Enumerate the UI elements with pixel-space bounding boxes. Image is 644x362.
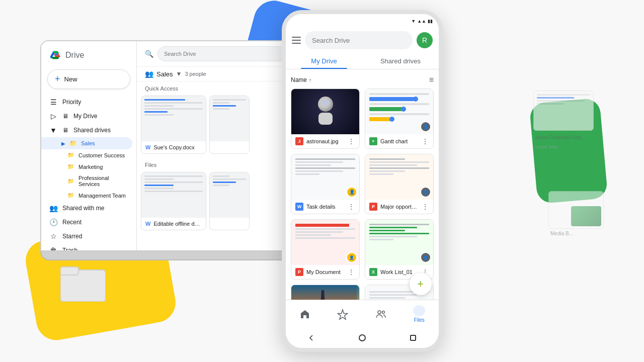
- recents-button[interactable]: [408, 332, 419, 343]
- files-nav-label: Files: [414, 317, 425, 323]
- file-3-thumb: [141, 172, 206, 218]
- astronaut-figure: [313, 97, 338, 127]
- file-card-worklist[interactable]: 👤 X Work List_01 ⋮: [365, 219, 434, 280]
- sidebar-item-shared-with-me[interactable]: 👥 Shared with me: [41, 201, 136, 215]
- major-line-3: [369, 164, 417, 166]
- sidebar-label-shared-drives: Shared drives: [73, 127, 111, 134]
- file-thumb-astronaut: [291, 89, 359, 134]
- worklist-share-avatar: 👤: [420, 252, 431, 263]
- mydrive-expand-icon: ▷: [49, 112, 57, 120]
- sidebar-item-professional[interactable]: 📁 Professional Services: [41, 172, 136, 190]
- sidebar-item-management[interactable]: 📁 Management Team: [41, 190, 136, 201]
- sheets-icon-gantt: +: [369, 137, 377, 145]
- fab-button[interactable]: +: [410, 273, 432, 295]
- professional-folder-icon: 📁: [67, 178, 74, 185]
- file-card-mydoc[interactable]: 👤 P My Document ⋮: [291, 219, 360, 280]
- sidebar-item-starred[interactable]: ☆ Starred: [41, 229, 136, 243]
- priority-icon: ☰: [49, 98, 57, 106]
- right-file-label-2: Media B...: [548, 231, 604, 236]
- sidebar-item-mydrive[interactable]: ▷ 🖥 My Drive: [41, 109, 136, 123]
- status-icons: ▼ ▲▲ ▮▮: [411, 19, 433, 24]
- more-options-major[interactable]: ⋮: [421, 203, 429, 211]
- major-share-avatar: 👤: [420, 187, 431, 198]
- gantt-share-avatar: 👤: [420, 121, 431, 132]
- file-thumb-worklist: 👤: [365, 220, 433, 265]
- marketing-folder-icon: 📁: [67, 163, 74, 170]
- file-thumb-task: 👤: [291, 154, 359, 200]
- file-card-task[interactable]: 👤 W Task details ⋮: [291, 154, 360, 214]
- phone-avatar[interactable]: R: [417, 32, 433, 48]
- recent-icon: 🕐: [49, 218, 57, 226]
- file-card-tokyo[interactable]: J Next Tokyo... ⋮: [291, 285, 360, 300]
- docs-icon-3: W: [145, 221, 150, 227]
- shared-drives-folder-icon: 🖥: [62, 127, 68, 134]
- file-card-astronaut[interactable]: J astronaut.jpg ⋮: [291, 88, 360, 149]
- docs-icon-1: W: [145, 144, 150, 150]
- file-thumb-major: 👤: [365, 154, 433, 200]
- phone-status-bar: ▼ ▲▲ ▮▮: [286, 14, 439, 28]
- task-line-1: [295, 158, 355, 160]
- svg-point-8: [378, 311, 381, 314]
- major-line-5: [369, 170, 405, 172]
- nav-shared[interactable]: [371, 307, 390, 322]
- nav-starred[interactable]: [333, 307, 352, 322]
- sidebar-item-trash[interactable]: 🗑 Trash: [41, 243, 136, 250]
- phone-tabs: My Drive Shared drives: [286, 52, 439, 69]
- file-4[interactable]: [209, 172, 250, 230]
- right-file-card-1: [533, 90, 594, 131]
- back-button[interactable]: [306, 332, 317, 343]
- more-options-mydoc[interactable]: ⋮: [347, 268, 355, 276]
- breadcrumb-team: Sales: [156, 70, 173, 78]
- sidebar-item-sales[interactable]: ▶ 📁 Sales: [41, 137, 132, 149]
- gantt-bg-1: [369, 93, 429, 95]
- hamburger-menu-icon[interactable]: [292, 37, 301, 44]
- task-line-2: [295, 161, 343, 163]
- sidebar-item-customer-success[interactable]: 📁 Customer Success: [41, 149, 136, 161]
- file-4-thumb: [210, 172, 249, 218]
- sidebar-item-marketing[interactable]: 📁 Marketing: [41, 161, 136, 172]
- gantt-bar-3: [369, 117, 393, 121]
- sidebar-item-shared-drives[interactable]: ▼ 🖥 Shared drives: [41, 123, 136, 137]
- drive-logo-icon: [49, 49, 61, 61]
- laptop-screen: Drive + New ☰ Priority ▷ 🖥 My Drive ▼: [40, 40, 312, 251]
- sort-label[interactable]: Name ↑: [291, 76, 311, 83]
- quick-file-2[interactable]: [209, 96, 250, 154]
- tab-shared-drives[interactable]: Shared drives: [362, 52, 439, 69]
- sidebar-label-management: Management Team: [78, 193, 126, 199]
- new-button[interactable]: + New: [47, 69, 130, 89]
- file-name-task: Task details: [306, 204, 344, 210]
- sidebar-item-recent[interactable]: 🕐 Recent: [41, 215, 136, 229]
- phone-search-input[interactable]: [305, 31, 413, 49]
- view-toggle-icon[interactable]: ≡: [429, 75, 434, 84]
- sidebar-label-shared-me: Shared with me: [62, 205, 104, 212]
- file-card-major[interactable]: 👤 P Major opportu... ⋮: [365, 154, 434, 214]
- file-name-worklist: Work List_01: [380, 269, 418, 275]
- right-file-green-shape: [571, 206, 601, 226]
- file-3[interactable]: W Editable offline docu...: [141, 172, 206, 230]
- hamburger-line-3: [292, 43, 301, 44]
- more-options-gantt[interactable]: ⋮: [421, 137, 429, 145]
- quick-file-1[interactable]: W Sue's Copy.docx: [141, 96, 206, 154]
- mydoc-share-avatar: 👤: [346, 252, 357, 263]
- star-icon: [337, 309, 348, 320]
- astro-body: [318, 113, 333, 125]
- file-card-gantt[interactable]: 👤 + Gantt chart ⋮: [365, 88, 434, 149]
- more-options-task[interactable]: ⋮: [347, 203, 355, 211]
- astro-helmet: [318, 97, 333, 112]
- sidebar-item-priority[interactable]: ☰ Priority: [41, 95, 136, 109]
- trash-icon: 🗑: [49, 246, 57, 250]
- home-button[interactable]: [357, 332, 368, 343]
- breadcrumb-folder-icon: 👥: [145, 70, 153, 78]
- nav-home[interactable]: [295, 307, 314, 322]
- file-card-gantt-footer: + Gantt chart ⋮: [365, 134, 433, 148]
- search-input[interactable]: [157, 46, 303, 61]
- hamburger-line-2: [292, 40, 301, 41]
- task-line-6: [295, 173, 319, 175]
- file-name-mydoc: My Document: [306, 269, 344, 275]
- file-3-footer: W Editable offline docu...: [141, 218, 206, 230]
- sidebar-label-marketing: Marketing: [78, 164, 103, 170]
- more-options-astronaut[interactable]: ⋮: [347, 137, 355, 145]
- tab-my-drive[interactable]: My Drive: [286, 52, 362, 69]
- nav-files[interactable]: Files: [409, 303, 429, 325]
- right-file-meta-1: s past year: [533, 144, 594, 149]
